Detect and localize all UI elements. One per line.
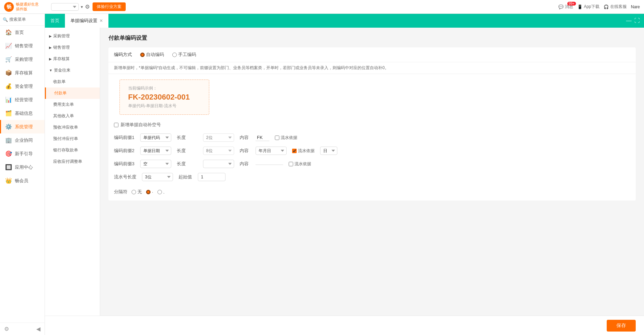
sidebar-item-member[interactable]: 👑 畅会员	[0, 174, 45, 187]
prefix3-select[interactable]: 空	[140, 160, 171, 168]
sub-item-payment[interactable]: 付款单	[45, 87, 100, 99]
length3-select[interactable]	[203, 160, 234, 168]
sub-item-ar-ap-adjust[interactable]: 应收应付调整单	[45, 156, 100, 167]
example-desc: 单据代码-单据日期-流水号	[128, 103, 201, 109]
tab-close-icon[interactable]: ✕	[99, 18, 103, 23]
serial-row: 流水号长度 3位 起始值	[114, 173, 630, 181]
online-service-button[interactable]: 🎧 在线客服	[604, 4, 627, 10]
chevron-down-icon[interactable]: ▾	[81, 4, 83, 9]
home-icon: 🏠	[5, 29, 12, 36]
sidebar-item-enterprise[interactable]: 🏢 企业协同	[0, 133, 45, 147]
inventory-icon: 📦	[5, 69, 12, 76]
example-label: 当前编码示例：	[128, 85, 201, 91]
serial-length-label: 流水号长度	[114, 174, 136, 180]
sep-dot1-option[interactable]: ·	[146, 189, 153, 195]
trial-button[interactable]: 体验行业方案	[93, 2, 126, 11]
tab-home[interactable]: 首页	[45, 14, 65, 28]
prefix2-select[interactable]: 单据日期	[140, 147, 171, 155]
content3-label: 内容	[240, 161, 250, 167]
minimize-icon[interactable]: —	[626, 18, 632, 24]
stream1-checkbox[interactable]	[275, 136, 279, 140]
manual-radio-option[interactable]: 手工编码	[172, 52, 196, 58]
sep-dot1-radio[interactable]	[146, 190, 151, 194]
sub-item-receipt[interactable]: 收款单	[45, 76, 100, 87]
sidebar-bottom: ⚙ ◀	[0, 323, 45, 335]
sep-none-radio[interactable]	[132, 190, 136, 194]
sidebar-item-guide[interactable]: 🎯 新手引导	[0, 147, 45, 160]
sales-icon: 📈	[5, 43, 12, 49]
header-right-area: 💬 消息 99+ 📱 App下载 🎧 在线客服 Nare	[558, 4, 640, 10]
page-content: ▶ 采购管理 ▶ 销售管理 ▶ 库存核算 ▼ 资金往来 收款单 付款单 费用支出…	[45, 28, 644, 316]
sub-item-other-income[interactable]: 其他收入单	[45, 110, 100, 122]
maximize-icon[interactable]: ⛶	[634, 18, 640, 24]
auto-radio[interactable]	[140, 53, 145, 57]
sidebar-item-finance[interactable]: 💰 资金管理	[0, 80, 45, 93]
user-name[interactable]: Nare	[631, 4, 640, 9]
stream1-option[interactable]: 流水依据	[275, 135, 297, 141]
content1-value: FK	[256, 134, 269, 141]
sidebar-item-basic[interactable]: 🗂️ 基础信息	[0, 106, 45, 120]
bottom-bar: 保存	[45, 316, 644, 335]
message-icon: 💬	[558, 4, 564, 9]
sep-dot2-option[interactable]: .	[157, 189, 165, 195]
gear-icon[interactable]: ⚙	[85, 3, 90, 10]
guide-icon: 🎯	[5, 150, 12, 157]
collapse-icon[interactable]: ◀	[36, 326, 40, 332]
sep-dot2-radio[interactable]	[157, 190, 162, 194]
prefix-row-2: 编码前缀2 单据日期 长度 8位 内容 年月日	[114, 147, 630, 155]
separator-label: 分隔符	[114, 189, 127, 195]
prefix-row-1: 编码前缀1 单据代码 长度 2位 内容 FK	[114, 133, 630, 142]
search-menu[interactable]: 🔍 搜索菜单	[0, 14, 45, 26]
workspace-selector[interactable]	[51, 3, 79, 11]
app-download-button[interactable]: 📱 App下载	[577, 4, 599, 10]
sidebar-item-system[interactable]: ⚙️ 系统管理	[0, 120, 45, 133]
settings-icon[interactable]: ⚙	[4, 326, 9, 332]
sub-group-purchase[interactable]: ▶ 采购管理	[45, 30, 100, 42]
arrow-right-icon: ▶	[49, 46, 52, 49]
tab-encoding-settings[interactable]: 单据编码设置 ✕	[65, 14, 108, 28]
save-button[interactable]: 保存	[607, 320, 636, 332]
sub-item-advance-offset[interactable]: 预付冲应付单	[45, 133, 100, 145]
sub-group-inventory[interactable]: ▶ 库存核算	[45, 53, 100, 65]
start-value-label: 起始值	[179, 174, 192, 180]
example-box: 当前编码示例： FK-20230602-001 单据代码-单据日期-流水号	[119, 80, 209, 115]
arrow-right-icon: ▶	[49, 34, 52, 38]
content2-label: 内容	[240, 148, 250, 154]
sidebar-item-apps[interactable]: 🔲 应用中心	[0, 160, 45, 174]
stream3-option[interactable]: 流水依据	[289, 161, 311, 167]
sub-item-prepay-offset[interactable]: 预收冲应收单	[45, 122, 100, 133]
manual-radio[interactable]	[172, 53, 177, 57]
main-panel: 付款单编码设置 编码方式 自动编码 手工编码	[100, 28, 644, 316]
sub-group-sales[interactable]: ▶ 销售管理	[45, 42, 100, 53]
content2-select[interactable]: 年月日	[256, 147, 287, 155]
sidebar-item-sales[interactable]: 📈 销售管理	[0, 39, 45, 53]
prefix3-label: 编码前缀3	[114, 161, 135, 167]
sidebar-item-inventory[interactable]: 📦 库存核算	[0, 66, 45, 80]
sidebar-item-purchase[interactable]: 🛒 采购管理	[0, 53, 45, 66]
start-value-input[interactable]	[198, 173, 225, 181]
logo-area: 畅 畅捷通好生意 插件版	[4, 2, 46, 12]
sub-item-expense[interactable]: 费用支出单	[45, 99, 100, 110]
sidebar-item-home[interactable]: 🏠 首页	[0, 26, 45, 39]
stream3-checkbox[interactable]	[289, 162, 293, 166]
member-icon: 👑	[5, 177, 12, 184]
stream2-sub-select[interactable]: 日	[320, 147, 337, 155]
sub-item-bank[interactable]: 银行存取款单	[45, 145, 100, 156]
messages-button[interactable]: 💬 消息 99+	[558, 4, 573, 10]
stream2-option[interactable]: 流水依据	[292, 148, 315, 154]
stream2-checkbox[interactable]	[292, 149, 297, 153]
enterprise-icon: 🏢	[5, 137, 12, 143]
length3-label: 长度	[177, 161, 198, 167]
prefix1-select[interactable]: 单据代码	[140, 133, 171, 142]
serial-length-select[interactable]: 3位	[142, 173, 173, 181]
auto-radio-option[interactable]: 自动编码	[140, 52, 164, 58]
sidebar-item-ops[interactable]: 📊 经营管理	[0, 93, 45, 106]
apps-icon: 🔲	[5, 164, 12, 170]
auto-fill-checkbox[interactable]	[114, 123, 118, 127]
encoding-method-row: 编码方式 自动编码 手工编码	[108, 47, 636, 62]
page-title: 付款单编码设置	[108, 35, 636, 42]
content-area: 首页 单据编码设置 ✕ — ⛶ ▶ 采购管理 ▶ 销售管理	[45, 14, 644, 335]
left-sidebar: 🔍 搜索菜单 🏠 首页 📈 销售管理 🛒 采购管理 📦 库存核算 💰 资金管理 …	[0, 14, 45, 335]
sub-group-capital[interactable]: ▼ 资金往来	[45, 65, 100, 76]
sep-none-option[interactable]: 无	[132, 189, 142, 195]
